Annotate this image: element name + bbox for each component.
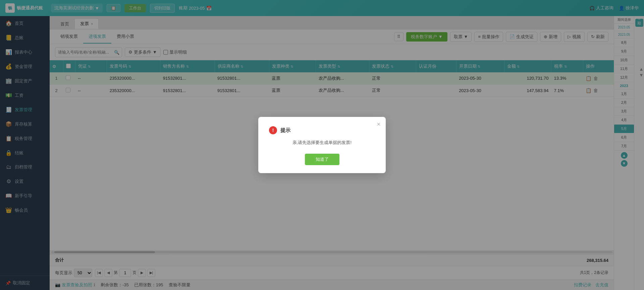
modal-box: × ! 提示 亲,请先选择要生成单据的发票! 知道了 [258,117,386,173]
modal-confirm-button[interactable]: 知道了 [305,154,339,165]
modal-close-btn[interactable]: × [377,121,380,128]
modal-message: 亲,请先选择要生成单据的发票! [269,140,375,146]
modal-title-row: ! 提示 [269,126,375,134]
modal-title: 提示 [280,127,290,134]
modal-warning-icon: ! [269,126,277,134]
modal-overlay: × ! 提示 亲,请先选择要生成单据的发票! 知道了 [0,0,644,290]
modal-footer: 知道了 [269,154,375,165]
